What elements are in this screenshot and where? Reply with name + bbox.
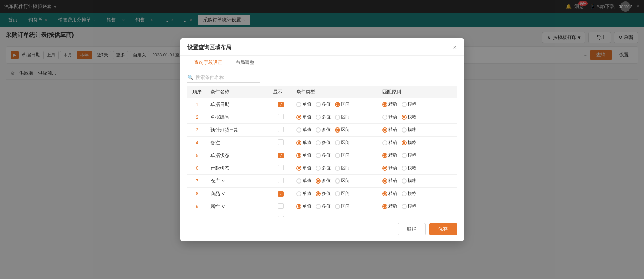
display-checkbox[interactable] xyxy=(278,165,284,170)
radio-type-type_multi[interactable]: 多值 xyxy=(316,127,331,133)
modal-close-button[interactable]: × xyxy=(453,44,457,51)
radio-match-match_fuzzy[interactable]: 模糊 xyxy=(402,127,416,133)
display-checkbox[interactable] xyxy=(278,203,284,209)
radio-type-type_range[interactable]: 区间 xyxy=(335,152,350,158)
cell-match: 精确模糊 xyxy=(379,174,457,187)
radio-type-type_single[interactable]: 单值 xyxy=(296,114,311,120)
radio-circle xyxy=(335,102,340,107)
modal-tab-layout[interactable]: 布局调整 xyxy=(229,56,261,70)
radio-type-type_range[interactable]: 区间 xyxy=(335,127,350,133)
radio-match-match_fuzzy[interactable]: 模糊 xyxy=(402,152,416,158)
modal-tab-query-fields[interactable]: 查询字段设置 xyxy=(187,56,229,70)
radio-type-type_multi[interactable]: 多值 xyxy=(316,101,331,107)
cell-display xyxy=(269,149,293,162)
radio-match-match_exact[interactable]: 精确 xyxy=(382,101,397,107)
radio-match-match_exact[interactable]: 精确 xyxy=(382,190,397,197)
radio-type-type_multi[interactable]: 多值 xyxy=(316,114,331,120)
radio-circle xyxy=(316,153,321,158)
radio-type-type_single[interactable]: 单值 xyxy=(296,178,311,184)
display-checkbox[interactable] xyxy=(278,127,284,132)
cell-match: 精确模糊 xyxy=(379,162,457,174)
display-checkbox[interactable] xyxy=(278,140,284,145)
cell-type: 单值多值区间 xyxy=(293,187,379,200)
radio-match-match_exact[interactable]: 精确 xyxy=(382,203,397,209)
display-checkbox[interactable] xyxy=(278,153,284,158)
radio-type-type_range[interactable]: 区间 xyxy=(335,165,350,171)
radio-type-type_single[interactable]: 单值 xyxy=(296,127,311,133)
radio-match-match_fuzzy[interactable]: 模糊 xyxy=(402,165,416,171)
table-row: 10有无商品图片单值多值区间精确模糊 xyxy=(187,213,457,217)
radio-type-type_single[interactable]: 单值 xyxy=(296,165,311,171)
modal-table: 顺序 条件名称 显示 条件类型 匹配原则 xyxy=(187,86,457,217)
radio-type-type_range[interactable]: 区间 xyxy=(335,178,350,184)
radio-label: 精确 xyxy=(388,190,397,197)
radio-circle xyxy=(402,191,407,196)
radio-label: 精确 xyxy=(388,140,397,146)
radio-match-match_exact[interactable]: 精确 xyxy=(382,165,397,171)
radio-type-type_multi[interactable]: 多值 xyxy=(316,203,331,209)
radio-circle xyxy=(296,127,301,133)
cell-type: 单值多值区间 xyxy=(293,174,379,187)
radio-type-type_multi[interactable]: 多值 xyxy=(316,152,331,158)
cell-name: 单据日期 xyxy=(207,98,269,111)
save-button[interactable]: 保存 xyxy=(429,223,457,235)
cell-display xyxy=(269,213,293,217)
display-checkbox[interactable] xyxy=(278,102,284,107)
radio-type-type_range[interactable]: 区间 xyxy=(335,203,350,209)
cell-order: 5 xyxy=(187,149,207,162)
radio-label: 精确 xyxy=(388,203,397,209)
th-order: 顺序 xyxy=(187,86,207,98)
radio-circle xyxy=(296,204,301,209)
radio-match-match_exact[interactable]: 精确 xyxy=(382,114,397,120)
radio-type-type_single[interactable]: 单值 xyxy=(296,140,311,146)
radio-circle xyxy=(402,204,407,209)
radio-type-type_single[interactable]: 单值 xyxy=(296,203,311,209)
radio-type-type_single[interactable]: 单值 xyxy=(296,190,311,197)
radio-match-match_fuzzy[interactable]: 模糊 xyxy=(402,178,416,184)
radio-match-match_fuzzy[interactable]: 模糊 xyxy=(402,203,416,209)
radio-label: 精确 xyxy=(388,165,397,171)
radio-label: 多值 xyxy=(322,190,331,197)
radio-circle xyxy=(402,153,407,158)
radio-match-match_exact[interactable]: 精确 xyxy=(382,178,397,184)
radio-match-match_fuzzy[interactable]: 模糊 xyxy=(402,114,416,120)
display-checkbox[interactable] xyxy=(278,178,284,183)
radio-match-match_exact[interactable]: 精确 xyxy=(382,140,397,146)
cell-display xyxy=(269,136,293,149)
radio-type-type_range[interactable]: 区间 xyxy=(335,190,350,197)
radio-type-type_range[interactable]: 区间 xyxy=(335,140,350,146)
display-checkbox[interactable] xyxy=(278,191,284,197)
cell-name: 备注 xyxy=(207,136,269,149)
modal-search-row: 🔍 xyxy=(180,70,464,86)
table-row: 8商品 ∨单值多值区间精确模糊 xyxy=(187,187,457,200)
radio-type-type_multi[interactable]: 多值 xyxy=(316,178,331,184)
radio-label: 单值 xyxy=(303,152,311,158)
cell-match: 精确模糊 xyxy=(379,200,457,213)
radio-match-match_fuzzy[interactable]: 模糊 xyxy=(402,101,416,107)
radio-type-type_single[interactable]: 单值 xyxy=(296,101,311,107)
radio-type-type_multi[interactable]: 多值 xyxy=(316,190,331,197)
radio-match-match_exact[interactable]: 精确 xyxy=(382,127,397,133)
radio-label: 多值 xyxy=(322,203,331,209)
cell-match: 精确模糊 xyxy=(379,149,457,162)
radio-label: 单值 xyxy=(303,140,311,146)
radio-circle xyxy=(335,191,340,196)
radio-type-type_multi[interactable]: 多值 xyxy=(316,140,331,146)
radio-circle xyxy=(402,166,407,171)
cell-display xyxy=(269,162,293,174)
radio-circle xyxy=(316,115,321,120)
radio-type-type_range[interactable]: 区间 xyxy=(335,101,350,107)
radio-type-type_single[interactable]: 单值 xyxy=(296,152,311,158)
radio-match-match_exact[interactable]: 精确 xyxy=(382,152,397,158)
search-input[interactable] xyxy=(195,75,260,80)
radio-label: 区间 xyxy=(341,190,350,197)
radio-type-type_multi[interactable]: 多值 xyxy=(316,165,331,171)
radio-type-type_range[interactable]: 区间 xyxy=(335,114,350,120)
display-checkbox[interactable] xyxy=(278,114,284,119)
radio-match-match_fuzzy[interactable]: 模糊 xyxy=(402,140,416,146)
cancel-button[interactable]: 取消 xyxy=(398,223,426,235)
modal-header: 设置查询区域布局 × xyxy=(180,38,464,56)
radio-match-match_fuzzy[interactable]: 模糊 xyxy=(402,190,416,197)
radio-label: 多值 xyxy=(322,165,331,171)
radio-label: 区间 xyxy=(341,178,350,184)
